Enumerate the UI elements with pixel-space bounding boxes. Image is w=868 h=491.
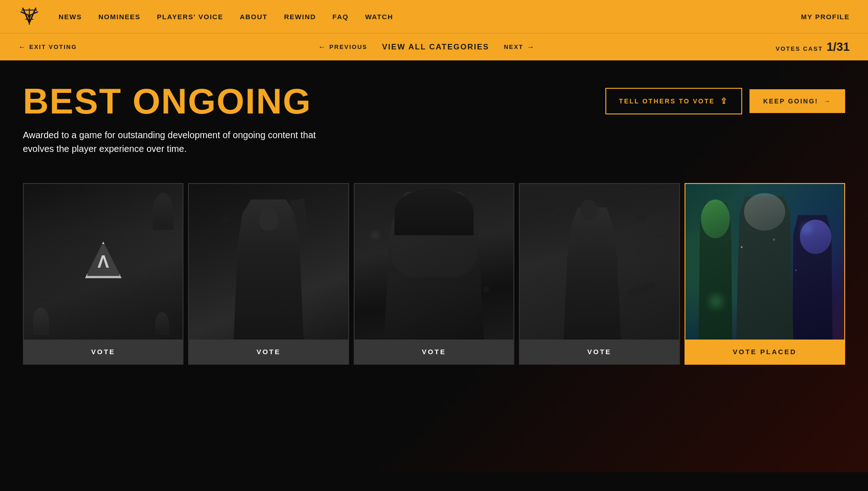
game-card-image-fortnite: [520, 184, 679, 340]
vote-button-destiny2[interactable]: VOTE: [189, 340, 348, 364]
nav-nominees[interactable]: NOMINEES: [98, 13, 140, 21]
game-card-destiny2[interactable]: VOTE: [188, 183, 349, 365]
category-header: BEST ONGOING Awarded to a game for outst…: [23, 83, 845, 156]
tell-others-label: TELL OTHERS TO VOTE: [619, 97, 715, 105]
game-card-apex-legends[interactable]: Λ VOTE: [23, 183, 183, 365]
voting-bar-center: ← PREVIOUS VIEW ALL CATEGORIES NEXT →: [318, 43, 534, 52]
nav-news[interactable]: NEWS: [59, 13, 82, 21]
next-arrow-icon: →: [527, 43, 534, 51]
nav-faq[interactable]: FAQ: [333, 13, 349, 21]
previous-label: PREVIOUS: [329, 43, 367, 50]
game-card-fortnite[interactable]: VOTE: [519, 183, 679, 365]
arrow-right-icon: →: [824, 97, 832, 105]
game-card-image-apex: Λ: [24, 184, 183, 340]
vote-button-ffxiv[interactable]: VOTE: [355, 340, 513, 364]
vote-button-fortnite[interactable]: VOTE: [520, 340, 679, 364]
previous-arrow-icon: ←: [318, 43, 326, 51]
next-button[interactable]: NEXT →: [504, 43, 534, 51]
vote-button-apex[interactable]: VOTE: [24, 340, 183, 364]
exit-voting-button[interactable]: ← EXIT VOTING: [18, 43, 77, 51]
nav-players-voice[interactable]: PLAYERS' VOICE: [157, 13, 223, 21]
vote-placed-button-arknights[interactable]: VOTE PLACED: [685, 340, 844, 364]
nav-about[interactable]: ABOUT: [240, 13, 268, 21]
keep-going-button[interactable]: KEEP GOING! →: [749, 89, 845, 113]
category-actions: TELL OTHERS TO VOTE ⇪ KEEP GOING! →: [605, 88, 845, 114]
share-icon: ⇪: [720, 96, 728, 106]
site-logo[interactable]: [18, 5, 40, 27]
previous-button[interactable]: ← PREVIOUS: [318, 43, 367, 51]
nav-rewind[interactable]: REWIND: [284, 13, 316, 21]
game-card-image-destiny: [189, 184, 348, 340]
nav-links: NEWS NOMINEES PLAYERS' VOICE ABOUT REWIN…: [59, 13, 801, 21]
top-nav: NEWS NOMINEES PLAYERS' VOICE ABOUT REWIN…: [0, 0, 868, 33]
game-card-ffxiv[interactable]: VOTE: [354, 183, 514, 365]
votes-cast-label: VOTES CAST: [776, 45, 823, 52]
view-all-categories-button[interactable]: VIEW ALL CATEGORIES: [382, 43, 489, 52]
tell-others-button[interactable]: TELL OTHERS TO VOTE ⇪: [605, 88, 742, 114]
keep-going-label: KEEP GOING!: [763, 97, 819, 105]
main-content: BEST ONGOING Awarded to a game for outst…: [0, 60, 868, 472]
game-card-image-arknights: [685, 184, 844, 340]
votes-cast-display: VOTES CAST 1/31: [776, 40, 850, 54]
voting-bar: ← EXIT VOTING ← PREVIOUS VIEW ALL CATEGO…: [0, 33, 868, 60]
category-title: BEST ONGOING: [23, 83, 343, 119]
nav-watch[interactable]: WATCH: [365, 13, 393, 21]
game-card-arknights[interactable]: VOTE PLACED: [685, 183, 845, 365]
games-grid: Λ VOTE: [23, 183, 845, 365]
next-label: NEXT: [504, 43, 523, 50]
category-description: Awarded to a game for outstanding develo…: [23, 128, 343, 156]
votes-cast-count: 1/31: [826, 40, 850, 54]
game-card-image-ffxiv: [355, 184, 513, 340]
exit-arrow-icon: ←: [18, 43, 26, 51]
svg-point-0: [28, 15, 31, 18]
exit-voting-label: EXIT VOTING: [29, 43, 77, 50]
category-info: BEST ONGOING Awarded to a game for outst…: [23, 83, 343, 156]
my-profile-button[interactable]: MY PROFILE: [801, 13, 850, 21]
